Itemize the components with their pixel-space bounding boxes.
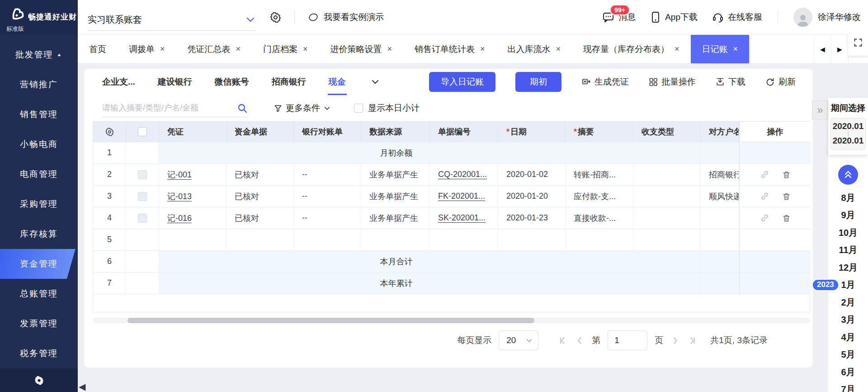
period-range[interactable]: 2020.01 | 2020.01 [830,118,866,150]
messages-item[interactable]: 99+ 消息 [603,11,636,23]
page-next-button[interactable] [670,337,680,344]
column-header-2[interactable]: 银行对账单 [294,122,361,142]
tab-close-icon[interactable]: × [160,44,165,54]
month-item-8月[interactable]: 8月 [828,189,868,207]
column-header-4[interactable]: 单据编号 [430,122,498,142]
link-button[interactable] [760,170,769,179]
month-item-4月[interactable]: 4月 [828,329,868,346]
link-button[interactable] [760,213,769,223]
scroll-up-button[interactable] [838,165,858,185]
more-filters-button[interactable]: 更多条件 [274,102,330,114]
tab-close-icon[interactable]: × [556,44,561,54]
tab-2[interactable]: 凭证汇总表× [176,35,252,63]
sidebar-item-10[interactable]: 税务管理 [0,339,78,368]
search-input[interactable] [102,103,224,113]
online-service-item[interactable]: 在线客服 [712,11,762,23]
per-page-select[interactable]: 20 [499,330,538,350]
month-item-6月[interactable]: 6月 [828,363,868,381]
subtab-dropdown-chevron-icon[interactable] [371,79,379,85]
sidebar-item-5[interactable]: 采购管理 [0,189,78,219]
tab-close-icon[interactable]: × [480,44,485,54]
sidebar-item-8[interactable]: 总账管理 [0,279,78,309]
column-header-6[interactable]: *摘要 [566,122,633,142]
page-input[interactable] [608,330,647,350]
voucher-link[interactable]: 记-013 [167,191,192,202]
tab-next-button[interactable]: ▶ [831,35,848,64]
tab-close-icon[interactable]: × [387,44,392,54]
collapse-panel-button[interactable]: » [812,100,828,120]
tab-6[interactable]: 出入库流水× [496,35,572,63]
sidebar-item-2[interactable]: 销售管理 [0,100,78,129]
search-icon[interactable] [237,103,248,114]
delete-button[interactable] [782,192,791,201]
tab-7[interactable]: 现存量（库存分布表）× [572,35,691,63]
subtab-2[interactable]: 微信账号 [215,69,249,95]
column-header-0[interactable]: 凭证 [159,122,226,142]
sidebar-collapse-arrow[interactable]: ◀ [79,381,85,392]
delete-button[interactable] [782,214,791,223]
scrollbar-thumb[interactable] [127,318,534,323]
doc-no-link[interactable]: FK-202001... [438,191,485,201]
column-header-8[interactable]: 对方户名 [701,122,739,142]
row-checkbox[interactable] [138,214,147,223]
tab-8[interactable]: 日记账× [691,35,750,63]
sidebar-item-9[interactable]: 发票管理 [0,309,78,339]
tab-1[interactable]: 调拨单× [118,35,176,63]
month-item-3月[interactable]: 3月 [828,311,868,329]
import-journal-button[interactable]: 导入日记账 [429,72,495,92]
app-download-item[interactable]: App下载 [650,11,698,23]
tab-5[interactable]: 销售订单统计表× [403,35,496,63]
subtab-1[interactable]: 建设银行 [158,69,192,95]
subtab-0[interactable]: 企业支... [102,69,135,95]
page-first-button[interactable] [558,337,568,344]
download-button[interactable]: 下载 [716,76,745,88]
column-settings-button[interactable] [93,122,126,142]
tab-close-icon[interactable]: × [303,44,308,54]
user-menu[interactable]: 徐泽华修改 [793,8,861,27]
voucher-link[interactable]: 记-016 [167,213,192,224]
account-select[interactable]: 实习联系账套 [88,9,255,31]
tab-0[interactable]: 首页 [78,35,118,63]
month-item-12月[interactable]: 12月 [828,259,868,277]
demo-link[interactable]: 我要看实例演示 [307,11,384,23]
tab-4[interactable]: 进价策略设置× [319,35,404,63]
show-daily-toggle[interactable]: 显示本日小计 [354,102,420,114]
settings-gear-icon[interactable] [269,11,282,24]
delete-button[interactable] [782,170,791,179]
month-item-1月[interactable]: 20231月 [828,277,868,294]
sidebar-item-0[interactable]: 批发管理▲ [0,40,78,70]
column-header-1[interactable]: 资金单据 [226,122,294,142]
refresh-button[interactable]: 刷新 [765,76,796,88]
sidebar-settings[interactable] [0,368,78,392]
month-item-11月[interactable]: 11月 [828,242,868,259]
tab-close-icon[interactable]: × [675,44,679,54]
doc-no-link[interactable]: CQ-202001... [438,170,487,179]
page-prev-button[interactable] [575,337,585,344]
month-item-2月[interactable]: 2月 [828,294,868,311]
sidebar-item-1[interactable]: 营销推广 [0,70,78,100]
opening-balance-button[interactable]: 期初 [515,72,561,92]
column-header-3[interactable]: 数据来源 [361,122,430,142]
sidebar-item-3[interactable]: 小畅电商 [0,129,78,159]
tab-close-icon[interactable]: × [236,44,241,54]
generate-voucher-button[interactable]: 生成凭证 [581,76,629,88]
month-item-9月[interactable]: 9月 [828,207,868,225]
select-all-checkbox[interactable] [138,127,147,136]
month-item-10月[interactable]: 10月 [828,224,868,242]
link-button[interactable] [760,191,769,201]
page-last-button[interactable] [687,337,697,344]
subtab-4[interactable]: 现金 [329,69,346,95]
month-item-5月[interactable]: 5月 [828,346,868,364]
tab-3[interactable]: 门店档案× [252,35,319,63]
sidebar-item-6[interactable]: 库存核算 [0,219,78,249]
batch-operations-button[interactable]: 批量操作 [649,76,696,88]
column-header-5[interactable]: *日期 [498,122,566,142]
show-daily-checkbox[interactable] [354,104,363,113]
row-checkbox[interactable] [138,170,147,179]
voucher-link[interactable]: 记-001 [167,169,192,180]
subtab-3[interactable]: 招商银行 [272,69,306,95]
sidebar-item-4[interactable]: 电商管理 [0,159,78,189]
tab-close-icon[interactable]: × [733,44,738,54]
row-checkbox[interactable] [138,192,147,201]
tab-prev-button[interactable]: ◀ [814,35,831,64]
